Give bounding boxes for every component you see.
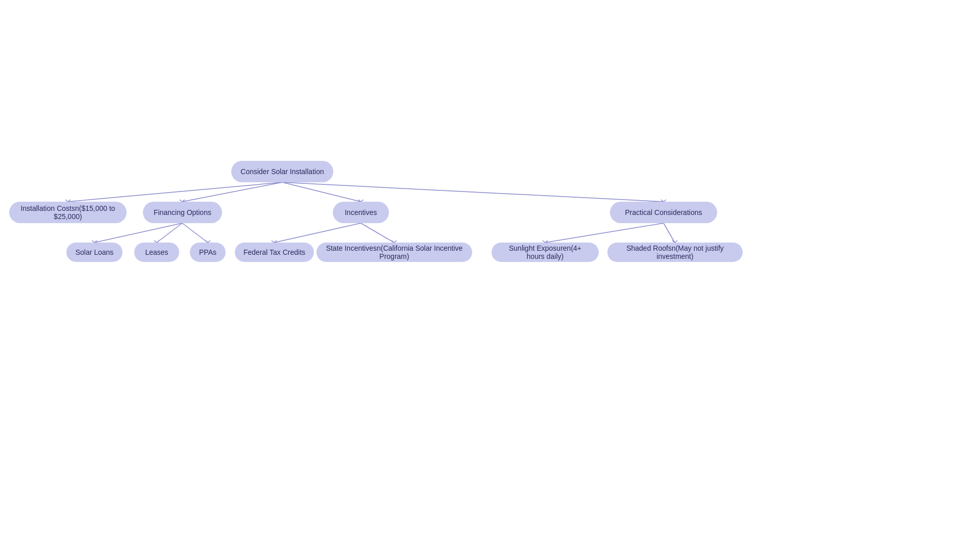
practical-considerations-node: Practical Considerations — [610, 202, 717, 223]
svg-line-1 — [182, 182, 282, 202]
svg-line-0 — [68, 182, 282, 202]
federal-tax-credits-node: Federal Tax Credits — [235, 243, 314, 262]
solar-loans-label: Solar Loans — [76, 248, 114, 256]
installation-costs-label: Installation Costsn($15,000 to $25,000) — [17, 204, 118, 221]
incentives-label: Incentives — [345, 208, 377, 217]
svg-line-2 — [282, 182, 361, 202]
incentives-node: Incentives — [333, 202, 389, 223]
svg-line-10 — [664, 223, 675, 243]
svg-line-4 — [94, 223, 182, 243]
svg-line-6 — [182, 223, 208, 243]
sunlight-exposure-label: Sunlight Exposuren(4+ hours daily) — [500, 244, 591, 260]
shaded-roofs-label: Shaded Roofsn(May not justify investment… — [616, 244, 734, 260]
mindmap-container: Consider Solar Installation Installation… — [0, 0, 980, 553]
svg-line-3 — [282, 182, 664, 202]
ppas-node: PPAs — [190, 243, 226, 262]
financing-options-node: Financing Options — [143, 202, 222, 223]
shaded-roofs-node: Shaded Roofsn(May not justify investment… — [607, 243, 743, 262]
leases-node: Leases — [134, 243, 179, 262]
root-label: Consider Solar Installation — [240, 167, 324, 176]
financing-options-label: Financing Options — [154, 208, 211, 217]
practical-considerations-label: Practical Considerations — [625, 208, 702, 217]
svg-line-9 — [545, 223, 664, 243]
svg-line-7 — [274, 223, 361, 243]
root-node: Consider Solar Installation — [231, 161, 333, 182]
connections-svg — [0, 0, 980, 553]
svg-line-8 — [361, 223, 394, 243]
svg-line-5 — [157, 223, 182, 243]
sunlight-exposure-node: Sunlight Exposuren(4+ hours daily) — [492, 243, 599, 262]
leases-label: Leases — [145, 248, 168, 256]
state-incentives-label: State Incentivesn(California Solar Incen… — [325, 244, 464, 260]
solar-loans-node: Solar Loans — [66, 243, 122, 262]
state-incentives-node: State Incentivesn(California Solar Incen… — [316, 243, 472, 262]
federal-tax-credits-label: Federal Tax Credits — [243, 248, 305, 256]
installation-costs-node: Installation Costsn($15,000 to $25,000) — [9, 202, 127, 223]
ppas-label: PPAs — [199, 248, 216, 256]
